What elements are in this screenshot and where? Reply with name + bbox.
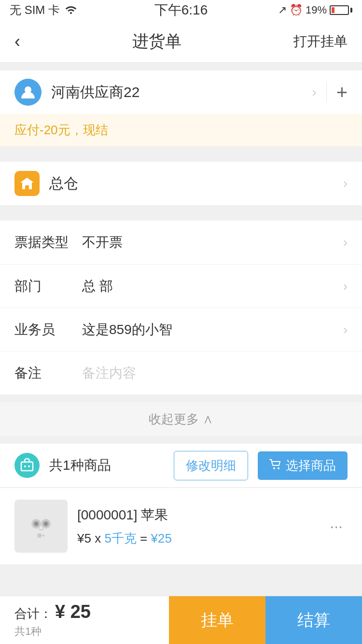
remark-input[interactable]: 备注内容 (77, 364, 348, 382)
supplier-name: 河南供应商22 (51, 83, 312, 102)
product-item: 磐+ [0000001] 苹果 ¥5 x 5千克 = ¥25 ··· (0, 488, 362, 564)
modify-detail-button[interactable]: 修改明细 (174, 451, 248, 480)
svg-text:磐+: 磐+ (37, 533, 45, 538)
product-name: 苹果 (141, 507, 168, 522)
status-bar: 无 SIM 卡 下午6:16 ↗ ⏰ 19% (0, 0, 362, 20)
department-chevron-icon: › (343, 279, 348, 294)
supplier-row[interactable]: 河南供应商22 › + (0, 70, 362, 114)
supplier-avatar (14, 79, 42, 106)
battery-percent: 19% (306, 4, 327, 16)
select-product-label: 选择商品 (286, 457, 336, 474)
settle-label: 结算 (297, 609, 330, 631)
department-label: 部门 (14, 277, 77, 295)
product-count-text: 共1种商品 (49, 456, 164, 475)
svg-rect-1 (21, 462, 33, 471)
supplier-divider (326, 83, 327, 102)
salesman-chevron-icon: › (343, 322, 348, 337)
equals-sign: = (140, 531, 151, 546)
svg-point-2 (24, 465, 26, 467)
unit-price: ¥5 (77, 531, 91, 546)
supplier-chevron-icon: › (312, 84, 316, 100)
collapse-label: 收起更多 ∧ (149, 411, 213, 428)
open-pending-button[interactable]: 打开挂单 (293, 32, 348, 51)
bottom-bar: 合计： ¥ 25 共1种 挂单 结算 (0, 596, 362, 644)
settle-button[interactable]: 结算 (265, 596, 362, 644)
hang-label: 挂单 (201, 609, 234, 631)
hang-button[interactable]: 挂单 (169, 596, 265, 644)
collapse-row[interactable]: 收起更多 ∧ (0, 402, 362, 436)
remark-row[interactable]: 备注 备注内容 (0, 351, 362, 394)
warehouse-name: 总仓 (49, 174, 343, 194)
page-title: 进货单 (132, 30, 181, 53)
warehouse-chevron-icon: › (343, 176, 348, 191)
warehouse-row[interactable]: 总仓 › (0, 162, 362, 205)
battery-icon (330, 5, 352, 15)
product-info: [0000001] 苹果 ¥5 x 5千克 = ¥25 (77, 506, 315, 547)
back-button[interactable]: ‹ (14, 31, 20, 52)
product-code: [0000001] (77, 507, 138, 522)
select-product-button[interactable]: 选择商品 (258, 451, 348, 480)
carrier-label: 无 SIM 卡 (10, 2, 60, 18)
total-value: ¥ 25 (55, 602, 91, 622)
quantity: 5千克 (104, 531, 136, 546)
svg-point-11 (44, 522, 47, 525)
multiply-sign: x (95, 531, 104, 546)
cart-icon (269, 458, 282, 473)
svg-point-10 (35, 522, 38, 525)
svg-point-5 (278, 467, 279, 469)
salesman-label: 业务员 (14, 321, 77, 339)
salesman-row[interactable]: 业务员 这是859的小智 › (0, 308, 362, 351)
invoice-type-value: 不开票 (77, 233, 343, 252)
invoice-type-label: 票据类型 (14, 233, 77, 252)
remark-label: 备注 (14, 364, 77, 382)
status-time: 下午6:16 (154, 1, 208, 19)
total-amount-row: 合计： ¥ 25 (14, 602, 154, 622)
product-title: [0000001] 苹果 (77, 506, 315, 524)
salesman-value: 这是859的小智 (77, 321, 343, 339)
warehouse-icon (14, 171, 40, 196)
invoice-type-chevron-icon: › (343, 235, 348, 250)
product-header: 共1种商品 修改明细 选择商品 (0, 444, 362, 487)
warehouse-section: 总仓 › (0, 162, 362, 205)
svg-point-4 (273, 467, 275, 469)
department-row[interactable]: 部门 总 部 › (0, 264, 362, 308)
wifi-icon (64, 3, 78, 17)
supplier-section: 河南供应商22 › + 应付-20元，现结 (0, 70, 362, 146)
form-section: 票据类型 不开票 › 部门 总 部 › 业务员 这是859的小智 › 备注 备注… (0, 221, 362, 394)
department-value: 总 部 (77, 277, 343, 295)
notice-text: 应付-20元，现结 (14, 123, 108, 137)
total-price: ¥25 (151, 531, 172, 546)
product-thumb-placeholder: 磐+ (27, 510, 56, 542)
product-price: ¥5 x 5千克 = ¥25 (77, 530, 315, 547)
notice-bar: 应付-20元，现结 (0, 114, 362, 146)
nav-bar: ‹ 进货单 打开挂单 (0, 20, 362, 63)
bottom-total: 合计： ¥ 25 共1种 (0, 596, 169, 644)
total-sub-label: 共1种 (14, 624, 154, 639)
alarm-icon: ⏰ (290, 4, 303, 16)
product-thumbnail: 磐+ (14, 500, 68, 553)
invoice-type-row[interactable]: 票据类型 不开票 › (0, 221, 362, 264)
total-label: 合计： (14, 605, 52, 622)
add-supplier-button[interactable]: + (336, 82, 348, 103)
product-count-icon (14, 453, 40, 478)
product-more-button[interactable]: ··· (325, 513, 348, 540)
location-icon: ↗ (278, 4, 287, 16)
svg-point-3 (28, 465, 30, 467)
